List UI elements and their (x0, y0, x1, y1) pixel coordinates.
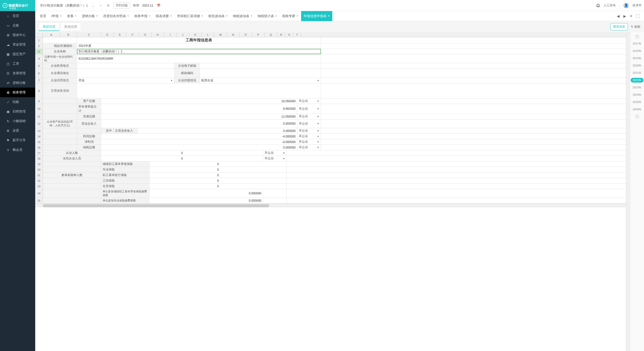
account-name[interactable]: 刘小艳演示账套（勿删勿动！）1 (40, 3, 88, 8)
tab[interactable]: 纳税波动表✕ (230, 11, 255, 11)
tab[interactable]: 进销台账✕ (79, 11, 101, 11)
tab[interactable]: 所得税汇算清缴✕ (175, 11, 206, 11)
tab[interactable]: 年报信息申报表✕ (301, 11, 332, 11)
tab[interactable]: 税务申报✕ (132, 11, 153, 11)
period-label: 账期 (133, 3, 139, 8)
tab[interactable]: 首页 (37, 11, 49, 11)
switch-old-button[interactable]: 切到旧版 (113, 2, 130, 9)
tab[interactable]: i申报✕ (49, 11, 64, 11)
tab[interactable]: 纳税统计表✕ (255, 11, 280, 11)
period-value[interactable]: 2023-11 (142, 4, 153, 7)
calendar-icon[interactable]: 📅 (156, 3, 161, 8)
tab[interactable]: 税表清册✕ (153, 11, 175, 11)
logo-icon: ¥ (3, 3, 8, 8)
tab[interactable]: 发票✕ (64, 11, 79, 11)
headset-icon[interactable]: 🎧 (596, 4, 600, 7)
avatar[interactable]: 👤 (623, 3, 629, 8)
consult-link[interactable]: 人工咨询 (603, 3, 616, 8)
tab[interactable]: 存货别名对照表✕ (101, 11, 132, 11)
tab[interactable]: 税负波动表✕ (206, 11, 230, 11)
gear-icon[interactable]: ⚙ (106, 3, 110, 8)
add-icon[interactable]: ＋ (98, 3, 103, 8)
user-name[interactable]: 徐泽华 (632, 3, 641, 8)
logo: ¥ 畅捷通好会计 专业版 (0, 0, 35, 11)
top-header: ¥ 畅捷通好会计 专业版 刘小艳演示账套（勿删勿动！）1 ⌄ ＋ ⚙ 切到旧版 … (0, 0, 644, 11)
chevron-down-icon[interactable]: ⌄ (91, 3, 95, 8)
tab[interactable]: 税检专家✕ (280, 11, 301, 11)
logo-edition: 专业版 (9, 7, 16, 10)
